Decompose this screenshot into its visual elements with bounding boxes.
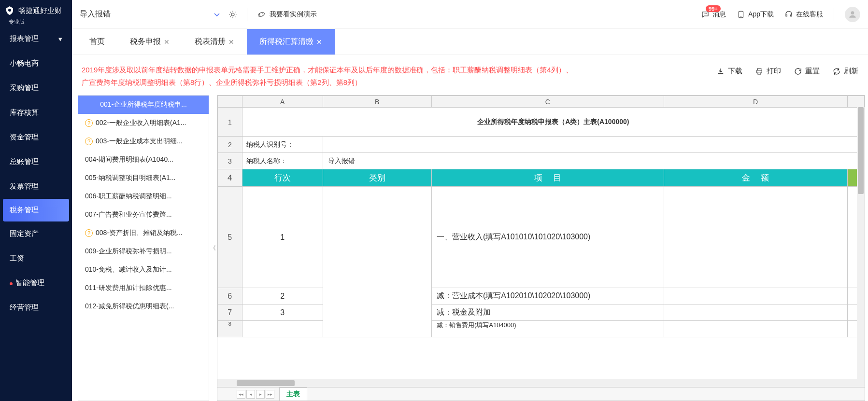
form-list-item[interactable]: ?002-一般企业收入明细表(A1... (78, 114, 209, 132)
nav-item[interactable]: 小畅电商 (0, 51, 72, 76)
form-list-item[interactable]: 009-企业所得税弥补亏损明... (78, 242, 209, 261)
cell-amount[interactable] (664, 187, 847, 288)
form-list-item[interactable]: 011-研发费用加计扣除优惠... (78, 279, 209, 297)
cell-project[interactable]: 减：税金及附加 (431, 304, 664, 321)
cell-project[interactable]: 减：销售费用(填写A104000) (431, 321, 664, 337)
nav-item[interactable]: 库存核算 (0, 100, 72, 125)
cell-category[interactable] (323, 187, 431, 337)
header-project[interactable]: 项 目 (431, 169, 664, 187)
nav-item[interactable]: 采购管理 (0, 76, 72, 100)
nav-item[interactable]: 智能管理 (0, 271, 72, 295)
nav-item[interactable]: 经营管理 (0, 295, 72, 320)
cell-amount[interactable] (664, 321, 847, 337)
tab-label: 首页 (89, 37, 105, 47)
svg-point-2 (259, 13, 263, 16)
form-list-item[interactable]: ?008-资产折旧、摊销及纳税... (78, 224, 209, 242)
refresh-button[interactable]: 刷新 (832, 67, 858, 76)
sheet-nav[interactable]: ◂◂ ◂ ▸ ▸▸ (237, 390, 274, 399)
brand-icon (4, 5, 15, 16)
row-header[interactable]: 6 (218, 288, 242, 304)
form-list-label: 012-减免所得税优惠明细表(... (85, 302, 174, 311)
header-amount[interactable]: 金 额 (664, 169, 847, 187)
form-list-item[interactable]: 007-广告费和业务宣传费跨... (78, 206, 209, 224)
close-icon[interactable]: ✕ (164, 38, 170, 46)
cell-project[interactable]: 减：营业成本(填写A102010\102020\103000) (431, 288, 664, 304)
close-icon[interactable]: ✕ (228, 38, 234, 46)
nav-item[interactable]: 税务管理 (3, 199, 69, 221)
reset-button[interactable]: 重置 (794, 67, 820, 76)
cell-amount[interactable] (664, 288, 847, 304)
gear-icon[interactable] (228, 10, 237, 19)
form-list-label: 008-资产折旧、摊销及纳税... (96, 229, 183, 237)
cell-rownum[interactable]: 2 (242, 288, 323, 304)
nav-item[interactable]: 发票管理 (0, 174, 72, 199)
support-button[interactable]: 在线客服 (784, 10, 823, 19)
tab[interactable]: 税务申报✕ (117, 29, 182, 55)
sheet-nav-prev[interactable]: ◂ (246, 390, 255, 399)
nav-item-label: 资金管理 (10, 133, 39, 142)
app-download-button[interactable]: App下载 (737, 10, 774, 19)
sheet-title[interactable]: 企业所得税年度纳税申报表（A类）主表(A100000) (242, 108, 864, 137)
form-list-item[interactable]: 010-免税、减计收入及加计... (78, 261, 209, 279)
nav-item-truncated[interactable]: 报表管理 ▾ (0, 29, 72, 51)
row-header[interactable]: 8 (218, 321, 242, 337)
close-icon[interactable]: ✕ (316, 38, 322, 46)
taxpayer-id-value[interactable] (323, 137, 864, 153)
form-list-item[interactable]: 001-企业所得税年度纳税申... (78, 96, 209, 114)
spreadsheet: A B C D 1 企业所得税年度纳税申报表（A类）主表(A100000) 2 (217, 95, 865, 401)
cell-project[interactable]: 一、营业收入(填写A101010\101020\103000) (431, 187, 664, 288)
form-list-item[interactable]: 004-期间费用明细表(A1040... (78, 151, 209, 169)
avatar[interactable] (845, 7, 860, 22)
header-category[interactable]: 类别 (323, 169, 431, 187)
demo-link[interactable]: 我要看实例演示 (257, 10, 317, 19)
form-list-item[interactable]: 006-职工薪酬纳税调整明细... (78, 187, 209, 206)
col-header[interactable] (847, 96, 864, 108)
header-rownum[interactable]: 行次 (242, 169, 323, 187)
nav-item[interactable]: 资金管理 (0, 125, 72, 150)
nav-item[interactable]: 固定资产 (0, 221, 72, 246)
print-button[interactable]: 打印 (755, 67, 781, 76)
tab[interactable]: 首页 (77, 29, 117, 55)
tab-label: 税表清册 (195, 37, 226, 47)
form-list-label: 006-职工薪酬纳税调整明细... (85, 192, 172, 201)
row-header[interactable]: 7 (218, 304, 242, 321)
taxpayer-name-value[interactable]: 导入报错 (323, 153, 864, 169)
tab[interactable]: 所得税汇算清缴✕ (247, 29, 335, 55)
print-icon (755, 67, 764, 76)
sheet-nav-next[interactable]: ▸ (256, 390, 265, 399)
form-list-label: 007-广告费和业务宣传费跨... (85, 210, 172, 219)
horizontal-scrollbar[interactable] (217, 379, 865, 387)
col-header[interactable]: A (242, 96, 323, 108)
sheet-nav-first[interactable]: ◂◂ (237, 390, 245, 399)
form-list-item[interactable]: 012-减免所得税优惠明细表(... (78, 297, 209, 316)
vertical-scrollbar[interactable] (857, 107, 865, 379)
cell-rownum[interactable] (242, 321, 323, 337)
row-header[interactable]: 2 (218, 137, 242, 153)
form-list-item[interactable]: 005-纳税调整项目明细表(A1... (78, 169, 209, 187)
sheet-nav-last[interactable]: ▸▸ (266, 390, 274, 399)
row-header[interactable]: 3 (218, 153, 242, 169)
nav-item[interactable]: 总账管理 (0, 150, 72, 174)
nav-item[interactable]: 工资 (0, 246, 72, 271)
row-header[interactable]: 1 (218, 108, 242, 137)
taxpayer-id-label[interactable]: 纳税人识别号： (242, 137, 323, 153)
sheet-tab[interactable]: 主表 (279, 387, 307, 401)
row-header[interactable]: 5 (218, 187, 242, 288)
col-header[interactable]: C (431, 96, 664, 108)
tab[interactable]: 税表清册✕ (182, 29, 247, 55)
cell-rownum[interactable]: 1 (242, 187, 323, 288)
row-header[interactable]: 4 (218, 169, 242, 187)
collapse-handle[interactable]: 《 (209, 95, 217, 401)
breadcrumb-dropdown[interactable] (212, 10, 222, 19)
nav-list: 报表管理 ▾ 小畅电商采购管理库存核算资金管理总账管理发票管理税务管理固定资产工… (0, 29, 72, 401)
col-header[interactable]: B (323, 96, 431, 108)
taxpayer-name-label[interactable]: 纳税人名称： (242, 153, 323, 169)
col-header[interactable]: D (664, 96, 847, 108)
cell-rownum[interactable]: 3 (242, 304, 323, 321)
download-button[interactable]: 下载 (716, 67, 742, 76)
sheet-corner[interactable] (218, 96, 242, 108)
form-list-label: 009-企业所得税弥补亏损明... (85, 247, 172, 256)
form-list-item[interactable]: ?003-一般企业成本支出明细... (78, 132, 209, 151)
cell-amount[interactable] (664, 304, 847, 321)
messages-button[interactable]: 99+ 消息 (701, 10, 726, 19)
